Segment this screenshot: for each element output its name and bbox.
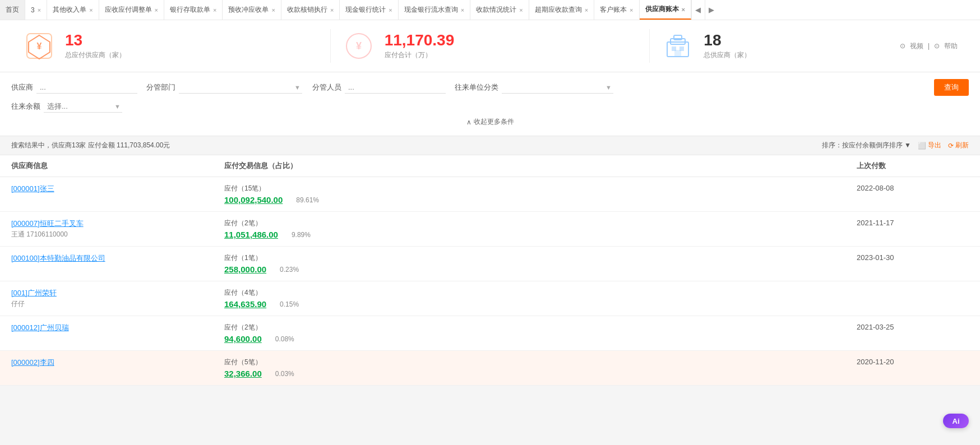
nav-tab-supplier-ledger-label: 供应商账本 xyxy=(645,4,679,14)
transaction-col-3: 应付（1笔） 258,000.00 0.23% xyxy=(224,253,857,274)
nav-tab-3[interactable]: 3 × xyxy=(25,0,47,20)
refresh-button[interactable]: ⟳ 刷新 xyxy=(948,141,969,150)
table-row: [001]广州荣轩 仔仔 应付（4笔） 164,635.90 0.15% xyxy=(0,281,980,316)
supplier-name-3[interactable]: [000100]本特勤油品有限公司 xyxy=(11,253,224,263)
nav-tab-3-label: 3 xyxy=(31,6,35,14)
nav-tab-collection-stat-close[interactable]: × xyxy=(519,7,523,13)
svg-text:¥: ¥ xyxy=(37,41,42,51)
collapse-button[interactable]: ∧ 收起更多条件 xyxy=(466,117,514,127)
transaction-info-3: 应付（1笔） 258,000.00 0.23% xyxy=(224,253,857,274)
supplier-name-6[interactable]: [000002]李四 xyxy=(11,358,224,368)
supplier-filter-input[interactable] xyxy=(36,81,137,94)
payable-amount-label: 应付合计（万） xyxy=(385,50,455,60)
nav-tab-advance-close[interactable]: × xyxy=(271,7,275,13)
sort-button[interactable]: 排序：按应付余额倒序排序 ▼ xyxy=(822,141,911,150)
nav-tab-supplier-ledger-close[interactable]: × xyxy=(682,6,685,13)
amount-row-2: 11,051,486.00 9.89% xyxy=(224,230,857,239)
nav-tab-home[interactable]: 首页 xyxy=(0,0,25,20)
payable-suppliers-icon: ¥ xyxy=(22,29,56,63)
header-transaction: 应付交易信息（占比） xyxy=(224,161,857,171)
nav-tab-customer-ledger-close[interactable]: × xyxy=(630,7,633,13)
nav-tab-cash-bank-stat[interactable]: 现金银行统计 × xyxy=(340,0,398,20)
supplier-contact-4: 仔仔 xyxy=(11,299,224,309)
nav-next-arrow[interactable]: ▶ xyxy=(705,0,718,20)
payable-suppliers-value: 13 xyxy=(65,33,126,48)
nav-tab-bank[interactable]: 银行存取款单 × xyxy=(164,0,223,20)
nav-tab-other-income-close[interactable]: × xyxy=(89,7,93,13)
supplier-col-6: [000002]李四 xyxy=(11,358,224,368)
last-pay-date-3: 2023-01-30 xyxy=(857,253,894,262)
transaction-amount-6[interactable]: 32,366.00 xyxy=(224,369,262,378)
summary-info-payable-amount: 11,170.39 应付合计（万） xyxy=(385,33,455,60)
filter-category: 往来单位分类 ▼ xyxy=(455,81,612,94)
nav-tab-cash-flow-close[interactable]: × xyxy=(461,7,464,13)
table-row: [000012]广州贝瑞 应付（2笔） 94,600.00 0.08% 2021… xyxy=(0,316,980,351)
nav-tab-verify[interactable]: 收款核销执行 × xyxy=(281,0,340,20)
filter-dept: 分管部门 ▼ xyxy=(146,81,303,94)
supplier-name-1[interactable]: [000001]张三 xyxy=(11,184,224,194)
nav-tab-other-income-label: 其他收入单 xyxy=(53,5,86,15)
transaction-label-3: 应付（1笔） xyxy=(224,253,857,263)
nav-tab-other-income[interactable]: 其他收入单 × xyxy=(47,0,99,20)
nav-tab-overdue[interactable]: 超期应收款查询 × xyxy=(529,0,594,20)
last-pay-col-6: 2020-11-20 xyxy=(857,358,969,366)
supplier-name-2[interactable]: [000007]恒旺二手叉车 xyxy=(11,219,224,229)
dept-filter-select[interactable] xyxy=(179,81,302,94)
help-icon: ⊙ xyxy=(934,42,940,50)
summary-card-payable-suppliers: ¥ 13 总应付供应商（家） xyxy=(11,29,331,63)
amount-row-5: 94,600.00 0.08% xyxy=(224,334,857,344)
help-link[interactable]: 帮助 xyxy=(944,41,958,51)
nav-tab-3-close[interactable]: × xyxy=(38,7,41,13)
result-text: 搜索结果中，供应商13家 应付金额 111,703,854.00元 xyxy=(11,141,170,150)
transaction-info-6: 应付（5笔） 32,366.00 0.03% xyxy=(224,358,857,378)
supplier-col-5: [000012]广州贝瑞 xyxy=(11,323,224,333)
transaction-label-1: 应付（15笔） xyxy=(224,184,857,193)
nav-tab-supplier-ledger[interactable]: 供应商账本 × xyxy=(640,0,691,20)
top-right-links: ⊙ 视频 | ⊙ 帮助 xyxy=(889,41,958,51)
summary-info-payable-suppliers: 13 总应付供应商（家） xyxy=(65,33,126,60)
transaction-amount-4[interactable]: 164,635.90 xyxy=(224,299,266,309)
transaction-percent-1: 89.61% xyxy=(296,196,319,204)
data-table: 供应商信息 应付交易信息（占比） 上次付数 [000001]张三 应付（15笔）… xyxy=(0,155,980,386)
nav-tab-adjustment[interactable]: 应收应付调整单 × xyxy=(99,0,164,20)
nav-prev-arrow[interactable]: ◀ xyxy=(691,0,705,20)
nav-tab-cash-flow[interactable]: 现金银行流水查询 × xyxy=(399,0,470,20)
transaction-amount-5[interactable]: 94,600.00 xyxy=(224,334,262,344)
nav-tab-customer-ledger[interactable]: 客户账本 × xyxy=(594,0,639,20)
supplier-name-4[interactable]: [001]广州荣轩 xyxy=(11,288,224,298)
nav-tab-adjustment-close[interactable]: × xyxy=(155,7,158,13)
transaction-amount-1[interactable]: 100,092,540.00 xyxy=(224,195,283,205)
video-link[interactable]: 视频 xyxy=(910,41,923,51)
search-button[interactable]: 查询 xyxy=(934,79,969,96)
nav-tab-overdue-close[interactable]: × xyxy=(585,7,588,13)
transaction-amount-3[interactable]: 258,000.00 xyxy=(224,265,266,274)
total-suppliers-value: 18 xyxy=(704,33,751,48)
header-last-pay: 上次付数 xyxy=(857,161,969,171)
transaction-label-4: 应付（4笔） xyxy=(224,288,857,298)
transaction-percent-2: 9.89% xyxy=(292,231,311,239)
amount-row-4: 164,635.90 0.15% xyxy=(224,299,857,309)
payable-amount-value: 11,170.39 xyxy=(385,33,455,48)
nav-tab-verify-label: 收款核销执行 xyxy=(287,5,327,15)
person-filter-input[interactable] xyxy=(345,81,446,94)
export-button[interactable]: ⬜ 导出 xyxy=(918,141,941,150)
nav-tab-bank-close[interactable]: × xyxy=(213,7,216,13)
refresh-label: 刷新 xyxy=(955,141,969,150)
supplier-col-2: [000007]恒旺二手叉车 王通 17106110000 xyxy=(11,219,224,239)
filter-area: 供应商 分管部门 ▼ 分管人员 往来单位分类 ▼ 查询 往来余额 ▼ ∧ 收起更… xyxy=(0,72,980,136)
last-pay-col-1: 2022-08-08 xyxy=(857,184,969,192)
video-icon: ⊙ xyxy=(900,42,905,50)
nav-tab-cash-bank-stat-close[interactable]: × xyxy=(389,7,392,13)
transaction-col-4: 应付（4笔） 164,635.90 0.15% xyxy=(224,288,857,309)
balance-filter-select[interactable] xyxy=(44,100,122,113)
transaction-percent-3: 0.23% xyxy=(280,266,299,274)
transaction-info-1: 应付（15笔） 100,092,540.00 89.61% xyxy=(224,184,857,205)
nav-tab-verify-close[interactable]: × xyxy=(330,7,334,13)
transaction-amount-2[interactable]: 11,051,486.00 xyxy=(224,230,278,239)
nav-tab-overdue-label: 超期应收款查询 xyxy=(535,5,582,15)
nav-tab-advance[interactable]: 预收冲应收单 × xyxy=(223,0,281,20)
nav-tab-collection-stat[interactable]: 收款情况统计 × xyxy=(470,0,529,20)
category-filter-select[interactable] xyxy=(502,81,613,94)
supplier-name-5[interactable]: [000012]广州贝瑞 xyxy=(11,323,224,333)
supplier-contact-2: 王通 17106110000 xyxy=(11,230,224,239)
